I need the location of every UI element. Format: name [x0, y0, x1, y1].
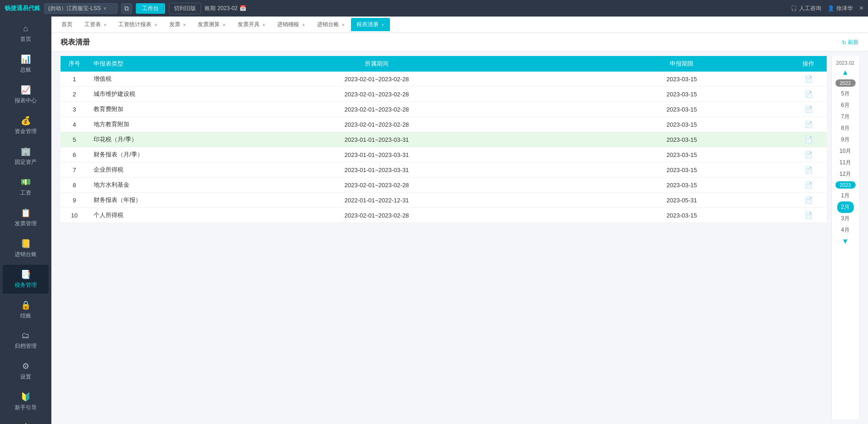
action-file-icon[interactable]: 📄: [805, 136, 812, 143]
sidebar-item-reports[interactable]: 📈 报表中心: [3, 80, 49, 109]
cell-action: 📄: [790, 87, 827, 102]
tab-invoice-close[interactable]: ×: [183, 22, 186, 28]
tab-invoice-calc[interactable]: 发票测算 ×: [192, 18, 231, 31]
settings-icon: ⚙: [22, 361, 29, 371]
company-selector[interactable]: (勿动）江西服宝-LSS ▼: [44, 3, 117, 14]
sidebar-item-ledger[interactable]: 📊 总账: [3, 50, 49, 78]
tab-purchase-review[interactable]: 进销稽核 ×: [272, 18, 310, 31]
table-row: 3 教育费附加 2023-02-01~2023-02-28 2023-03-15…: [61, 102, 827, 117]
tab-purchase-ledger-close[interactable]: ×: [342, 22, 345, 28]
timeline-up-arrow[interactable]: ▲: [842, 67, 849, 78]
sidebar-label-settings: 设置: [20, 373, 31, 381]
action-file-icon[interactable]: 📄: [805, 181, 812, 189]
sidebar-item-member[interactable]: ⭐ 畅会员: [3, 418, 49, 424]
table-row: 10 个人所得税 2023-02-01~2023-02-28 2023-03-1…: [61, 208, 827, 223]
salary-icon: 💵: [21, 177, 31, 187]
action-file-icon[interactable]: 📄: [805, 196, 812, 204]
tab-invoice-open[interactable]: 发票开具 ×: [232, 18, 271, 31]
tab-salary-stats[interactable]: 工资统计报表 ×: [113, 18, 162, 31]
user-profile[interactable]: 👤 徐泽华: [828, 5, 853, 12]
close-button[interactable]: ×: [859, 4, 863, 12]
timeline-year-2023[interactable]: 2023: [835, 181, 856, 189]
sidebar-item-archive[interactable]: 🗂 归档管理: [3, 326, 49, 355]
timeline-month-jun[interactable]: 6月: [832, 100, 859, 111]
cell-type: 印花税（月/季）: [88, 132, 180, 147]
cell-action: 📄: [790, 132, 827, 147]
tab-purchase-review-close[interactable]: ×: [302, 22, 305, 28]
timeline-year-2022[interactable]: 2022: [835, 79, 856, 87]
action-file-icon[interactable]: 📄: [805, 90, 812, 98]
timeline-month-may[interactable]: 5月: [832, 88, 859, 100]
timeline-month-sep[interactable]: 9月: [832, 134, 859, 145]
sidebar-item-guide[interactable]: 🔰 新手引导: [3, 387, 49, 416]
timeline-down-arrow[interactable]: ▼: [842, 236, 849, 247]
workbench-button[interactable]: 工作台: [136, 3, 165, 14]
col-action: 操作: [790, 56, 827, 72]
switch-old-button[interactable]: 切到旧版: [169, 3, 201, 14]
sidebar-label-guide: 新手引导: [15, 404, 37, 412]
table-wrapper: 序号 申报表类型 所属期间 申报期限 操作 1 增值税 2023-02-01~2…: [51, 51, 868, 424]
tabbar: 首页 工资表 × 工资统计报表 × 发票 × 发票测算 × 发票开具 ×: [51, 17, 868, 33]
sidebar-item-closing[interactable]: 🔒 结账: [3, 296, 49, 324]
timeline-month-jul[interactable]: 7月: [832, 111, 859, 123]
table-row: 8 地方水利基金 2023-02-01~2023-02-28 2023-03-1…: [61, 178, 827, 193]
timeline-month-feb[interactable]: 2月: [837, 201, 854, 213]
tab-invoice[interactable]: 发票 ×: [164, 18, 191, 31]
action-file-icon[interactable]: 📄: [805, 75, 812, 83]
sidebar-label-archive: 归档管理: [15, 342, 37, 350]
cell-type: 个人所得税: [88, 208, 180, 223]
timeline-month-oct[interactable]: 10月: [832, 145, 859, 157]
calendar-icon[interactable]: 📅: [239, 5, 246, 11]
action-file-icon[interactable]: 📄: [805, 212, 812, 219]
topbar-right: 🎧 人工咨询 👤 徐泽华 ×: [790, 4, 863, 12]
timeline-month-nov[interactable]: 11月: [832, 157, 859, 168]
timeline-month-mar[interactable]: 3月: [832, 213, 859, 224]
sidebar-item-fixed-assets[interactable]: 🏢 固定资产: [3, 142, 49, 171]
home-icon: ⌂: [23, 24, 28, 33]
tab-invoice-label: 发票: [169, 21, 180, 28]
topbar: 畅捷通易代账 (勿动）江西服宝-LSS ▼ ⧉ 工作台 切到旧版 账期 2023…: [0, 0, 868, 17]
timeline-month-aug[interactable]: 8月: [832, 123, 859, 134]
tab-invoice-open-close[interactable]: ×: [262, 22, 265, 28]
username: 徐泽华: [836, 5, 853, 12]
cell-action: 📄: [790, 147, 827, 162]
cell-period: 2023-02-01~2023-02-28: [180, 178, 573, 193]
tab-tax-list[interactable]: 税表清册 ×: [351, 18, 389, 31]
refresh-icon: ↻: [842, 39, 846, 46]
sidebar-item-funds[interactable]: 💰 资金管理: [3, 111, 49, 140]
cell-action: 📄: [790, 102, 827, 117]
archive-icon: 🗂: [22, 331, 30, 340]
timeline-month-dec[interactable]: 12月: [832, 168, 859, 180]
table-row: 2 城市维护建设税 2023-02-01~2023-02-28 2023-03-…: [61, 87, 827, 102]
timeline-month-apr[interactable]: 4月: [832, 224, 859, 236]
tab-purchase-ledger[interactable]: 进销台账 ×: [312, 18, 350, 31]
action-file-icon[interactable]: 📄: [805, 166, 812, 173]
sidebar-item-settings[interactable]: ⚙ 设置: [3, 357, 49, 385]
sidebar-item-home[interactable]: ⌂ 首页: [3, 19, 49, 48]
tab-salary-table-close[interactable]: ×: [104, 22, 106, 28]
sidebar-item-salary[interactable]: 💵 工资: [3, 173, 49, 201]
action-file-icon[interactable]: 📄: [805, 106, 812, 113]
tab-home[interactable]: 首页: [56, 18, 78, 31]
ai-consult[interactable]: 🎧 人工咨询: [790, 5, 821, 12]
sidebar-item-invoice-mgmt[interactable]: 📋 发票管理: [3, 203, 49, 232]
cell-deadline: 2023-03-15: [573, 87, 790, 102]
tab-salary-table[interactable]: 工资表 ×: [79, 18, 112, 31]
timeline-panel: 2023.02 ▲ 2022 5月 6月 7月 8月 9月 10月 11月 12…: [831, 56, 859, 419]
tab-tax-list-close[interactable]: ×: [381, 22, 384, 28]
sidebar-item-tax-mgmt[interactable]: 📑 税务管理: [3, 265, 49, 294]
tab-tax-list-label: 税表清册: [356, 21, 378, 28]
action-file-icon[interactable]: 📄: [805, 121, 812, 128]
tab-invoice-calc-close[interactable]: ×: [223, 22, 225, 28]
invoice-mgmt-icon: 📋: [21, 208, 31, 218]
sidebar-label-funds: 资金管理: [15, 128, 37, 135]
sidebar-item-sales-ledger[interactable]: 📒 进销台账: [3, 234, 49, 263]
refresh-button[interactable]: ↻ 刷新: [842, 39, 859, 46]
action-file-icon[interactable]: 📄: [805, 151, 812, 158]
copy-icon[interactable]: ⧉: [121, 3, 132, 14]
tab-salary-stats-close[interactable]: ×: [154, 22, 157, 28]
funds-icon: 💰: [21, 116, 31, 126]
cell-type: 企业所得税: [88, 162, 180, 178]
timeline-month-jan[interactable]: 1月: [832, 190, 859, 201]
cell-deadline: 2023-03-15: [573, 102, 790, 117]
